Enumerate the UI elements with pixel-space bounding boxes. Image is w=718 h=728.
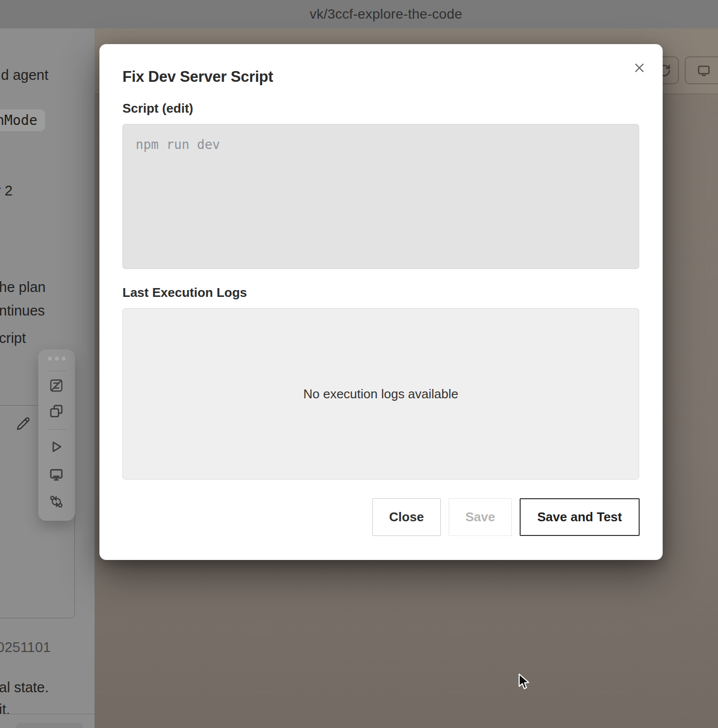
monitor-view-button[interactable]: [685, 56, 718, 84]
execution-logs-box: No execution logs available: [122, 308, 639, 480]
play-icon[interactable]: [49, 439, 64, 454]
app-screen: vk/3ccf-explore-the-code d agent nMode y…: [0, 0, 718, 728]
fix-dev-server-script-dialog: Fix Dev Server Script Script (edit) Last…: [99, 44, 663, 560]
sidebar-divider: [0, 714, 95, 714]
script-label: Script (edit): [122, 101, 193, 116]
sidebar-text-line: al state.: [0, 679, 49, 696]
floating-tool-palette: [38, 349, 75, 521]
window-title: vk/3ccf-explore-the-code: [0, 0, 718, 28]
sidebar-text-line: he plan: [0, 279, 46, 295]
dialog-footer: Close Save Save and Test: [372, 498, 640, 536]
drag-handle-icon[interactable]: [38, 357, 75, 361]
agent-logo-icon[interactable]: [49, 378, 64, 393]
sidebar-text-line: cript: [0, 330, 26, 346]
window-titlebar: vk/3ccf-explore-the-code: [0, 0, 718, 29]
chat-sidebar: d agent nMode y 2 he plan ntinues cript …: [0, 28, 95, 728]
pencil-icon[interactable]: [16, 416, 30, 431]
save-and-test-button[interactable]: Save and Test: [520, 498, 640, 536]
sidebar-text-line: d agent: [1, 67, 48, 83]
code-chip: nMode: [0, 109, 45, 131]
git-compare-icon[interactable]: [49, 494, 64, 509]
script-textarea[interactable]: [122, 124, 639, 269]
save-button[interactable]: Save: [449, 498, 512, 536]
message-composer-input[interactable]: [16, 723, 83, 728]
palette-divider: [47, 429, 67, 430]
close-icon[interactable]: [629, 58, 649, 77]
copy-icon[interactable]: [49, 404, 64, 418]
palette-divider: [47, 371, 67, 371]
sidebar-text-line: ntinues: [0, 303, 45, 319]
monitor-icon[interactable]: [49, 467, 64, 482]
logs-label: Last Execution Logs: [122, 285, 247, 300]
sidebar-text-line: 0251101: [0, 639, 51, 655]
logs-empty-message: No execution logs available: [303, 387, 458, 402]
sidebar-text-line: it.: [0, 702, 10, 718]
dialog-title: Fix Dev Server Script: [122, 68, 273, 86]
close-button[interactable]: Close: [372, 498, 441, 536]
sidebar-text-line: y 2: [0, 183, 13, 199]
